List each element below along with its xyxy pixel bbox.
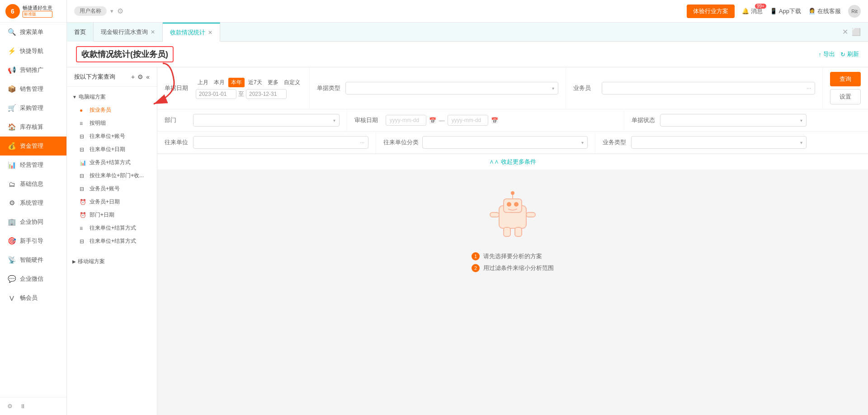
sidebar-item-marketing[interactable]: 📢 营销推广 xyxy=(0,61,66,80)
tab-bank[interactable]: 现金银行流水查询 ✕ xyxy=(94,23,163,42)
sidebar-label-enterprise: 企业协同 xyxy=(20,218,43,226)
online-service-label: 在线客服 xyxy=(817,7,841,15)
audit-date-cal-icon[interactable]: 📅 xyxy=(429,117,436,124)
partner-input[interactable]: ··· xyxy=(193,136,368,149)
sidebar-label-wechat: 企业微信 xyxy=(20,275,43,283)
sidebar-item-hardware[interactable]: 📡 智能硬件 xyxy=(0,250,66,269)
scheme-item-partner-settlement2[interactable]: ⊟ 往来单位+结算方式 xyxy=(67,235,157,248)
scheme-item-by-detail[interactable]: ≡ 按明细 xyxy=(67,117,157,130)
tab-receipt-close[interactable]: ✕ xyxy=(208,29,212,36)
scheme-item-by-staff[interactable]: ● 按业务员 xyxy=(67,104,157,117)
scheme-item-dept-date[interactable]: ⏰ 部门+日期 xyxy=(67,208,157,222)
scheme-header-icons: + ⚙ « xyxy=(131,73,150,80)
date-btn-7days[interactable]: 近7天 xyxy=(246,78,264,87)
sidebar-item-quick[interactable]: ⚡ 快捷导航 xyxy=(0,42,66,61)
export-label: 导出 xyxy=(823,50,835,58)
notification-bell[interactable]: 🔔 99+ 消息 xyxy=(742,7,763,15)
collapse-sidebar-icon[interactable]: ⏸ xyxy=(20,403,26,410)
user-avatar[interactable]: Rit xyxy=(848,5,861,18)
scheme-item-partner-date[interactable]: ⊟ 往来单位+日期 xyxy=(67,143,157,156)
date-btn-this-year[interactable]: 本年 xyxy=(228,78,245,87)
sidebar-nav: 🔍 搜索菜单 ⚡ 快捷导航 📢 营销推广 📦 销售管理 🛒 采购管理 🏠 库存核… xyxy=(0,23,66,397)
date-btn-more[interactable]: 更多 xyxy=(266,78,280,87)
doctype-input[interactable]: ▾ xyxy=(345,82,559,94)
scheme-group-desktop[interactable]: ▼ 电脑端方案 xyxy=(67,90,157,104)
tab-bank-close[interactable]: ✕ xyxy=(151,29,155,35)
dept-label: 部门 xyxy=(165,116,189,124)
sidebar-item-wechat[interactable]: 💬 企业微信 xyxy=(0,269,66,288)
filter-row-2: 部门 ▾ 审核日期 yyyy-mm-dd 📅 — yyyy-mm-dd 📅 xyxy=(157,109,868,132)
tab-maximize-icon[interactable]: ⬜ xyxy=(852,28,861,36)
partner-type-input[interactable]: ▾ xyxy=(422,136,587,149)
scheme-group-mobile[interactable]: ▶ 移动端方案 xyxy=(67,255,157,268)
sidebar-item-system[interactable]: ⚙ 系统管理 xyxy=(0,193,66,212)
scheme-desktop-group: ▼ 电脑端方案 ● 按业务员 ≡ 按明细 ⊟ 往来单位+账号 xyxy=(67,87,157,251)
scheme-collapse-icon[interactable]: « xyxy=(146,73,150,80)
bell-icon: 🔔 xyxy=(742,8,749,14)
sidebar-item-search[interactable]: 🔍 搜索菜单 xyxy=(0,23,66,42)
scheme-item-partner-settlement1[interactable]: ≡ 往来单位+结算方式 xyxy=(67,222,157,235)
date-btn-last-month[interactable]: 上月 xyxy=(196,78,210,87)
partner-date-icon: ⊟ xyxy=(80,146,87,153)
trial-button[interactable]: 体验行业方案 xyxy=(687,5,735,18)
scheme-item-staff-settlement-label: 业务员+结算方式 xyxy=(90,159,131,166)
dept-input[interactable]: ▾ xyxy=(193,114,340,127)
partner-more-icon[interactable]: ··· xyxy=(360,139,364,146)
staff-input[interactable]: ··· xyxy=(602,82,815,94)
date-to-input[interactable]: 2023-12-31 xyxy=(246,89,287,99)
step2-text: 用过滤条件来缩小分析范围 xyxy=(483,264,554,272)
scheme-add-icon[interactable]: + xyxy=(131,73,135,80)
empty-steps: 1 请先选择要分析的方案 2 用过滤条件来缩小分析范围 xyxy=(472,252,554,276)
empty-illustration xyxy=(486,188,540,243)
query-button[interactable]: 查询 xyxy=(830,72,861,86)
tab-home[interactable]: 首页 xyxy=(67,23,94,42)
scheme-item-staff-settlement[interactable]: 📊 业务员+结算方式 xyxy=(67,156,157,169)
fund-icon: 💰 xyxy=(7,142,16,150)
mobile-group-label: 移动端方案 xyxy=(78,258,105,265)
dropdown-icon[interactable]: ▾ xyxy=(110,8,113,14)
filter-doctype-cell: 单据类型 ▾ xyxy=(310,67,566,109)
staff-more-icon[interactable]: ··· xyxy=(807,85,811,91)
hardware-icon: 📡 xyxy=(7,256,16,264)
sidebar-item-guide[interactable]: 🎯 新手引导 xyxy=(0,231,66,250)
main-area: 用户名称 ▾ ⚙ 体验行业方案 🔔 99+ 消息 📱 App下载 👩‍💼 在线客… xyxy=(67,0,868,415)
svg-rect-8 xyxy=(504,227,510,236)
setting-button[interactable]: 设置 xyxy=(830,89,861,104)
audit-date-to-input[interactable]: yyyy-mm-dd xyxy=(448,115,488,126)
audit-date-from-input[interactable]: yyyy-mm-dd xyxy=(386,115,426,126)
scheme-item-partner-account[interactable]: ⊟ 往来单位+账号 xyxy=(67,130,157,143)
sidebar-label-search: 搜索菜单 xyxy=(20,28,43,36)
gear-settings-icon[interactable]: ⚙ xyxy=(117,7,123,15)
partner-dept-icon: ⊟ xyxy=(80,173,87,179)
date-from-input[interactable]: 2023-01-01 xyxy=(196,89,236,99)
biz-type-input[interactable]: ▾ xyxy=(631,136,807,149)
date-btn-this-month[interactable]: 本月 xyxy=(212,78,226,87)
export-button[interactable]: ↑ 导出 xyxy=(819,50,835,58)
collapse-more-bar[interactable]: ∧∧ 收起更多条件 xyxy=(157,154,868,170)
sidebar-item-sales[interactable]: 📦 销售管理 xyxy=(0,80,66,99)
partner-label: 往来单位 xyxy=(165,138,189,146)
app-download[interactable]: 📱 App下载 xyxy=(770,7,801,15)
sidebar-item-inventory[interactable]: 🏠 库存核算 xyxy=(0,118,66,137)
sidebar-item-operation[interactable]: 📊 经营管理 xyxy=(0,156,66,174)
scheme-item-staff-date-label: 业务员+日期 xyxy=(90,198,120,206)
scheme-item-partner-dept[interactable]: ⊟ 按往来单位+部门+收... xyxy=(67,169,157,182)
sidebar-item-fund[interactable]: 💰 资金管理 xyxy=(0,137,66,156)
sidebar-item-enterprise[interactable]: 🏢 企业协同 xyxy=(0,212,66,231)
sidebar-item-purchase[interactable]: 🛒 采购管理 xyxy=(0,99,66,118)
sidebar-item-basic[interactable]: 🗂 基础信息 xyxy=(0,174,66,193)
scheme-settings-icon[interactable]: ⚙ xyxy=(137,73,143,80)
tab-close-all-icon[interactable]: ✕ xyxy=(842,28,848,36)
scheme-item-staff-date[interactable]: ⏰ 业务员+日期 xyxy=(67,195,157,208)
sidebar-item-vip[interactable]: V 畅会员 xyxy=(0,288,66,307)
date-btn-custom[interactable]: 自定义 xyxy=(282,78,302,87)
refresh-button[interactable]: ↻ 刷新 xyxy=(840,50,859,58)
vip-icon: V xyxy=(7,294,16,302)
settings-bottom-icon[interactable]: ⚙ xyxy=(7,403,13,410)
tab-home-label: 首页 xyxy=(74,28,86,36)
tab-receipt[interactable]: 收款情况统计 ✕ xyxy=(163,23,220,42)
online-service[interactable]: 👩‍💼 在线客服 xyxy=(808,7,841,15)
scheme-item-staff-account[interactable]: ⊟ 业务员+账号 xyxy=(67,182,157,195)
doc-status-input[interactable]: ▾ xyxy=(660,114,807,127)
audit-date-cal2-icon[interactable]: 📅 xyxy=(491,117,498,124)
